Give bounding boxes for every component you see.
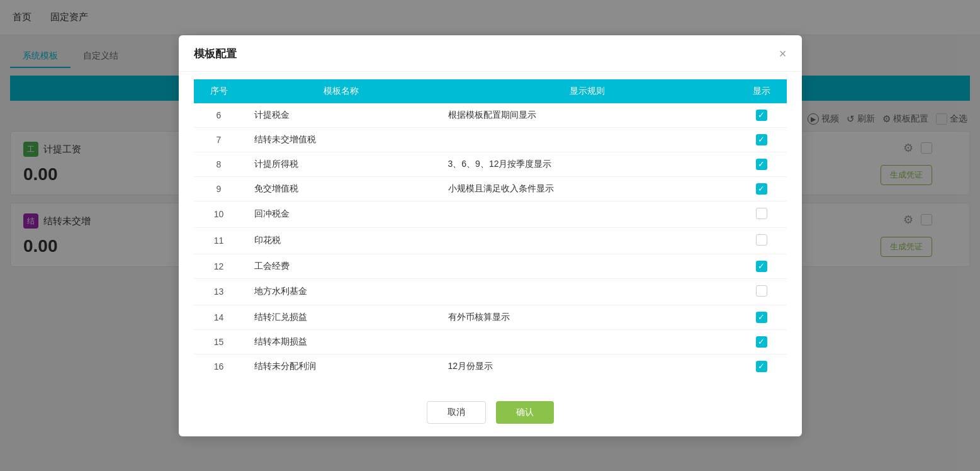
checkbox-checked[interactable]: ✓ [756, 261, 767, 272]
cell-seq: 7 [194, 127, 244, 152]
table-row: 11印花税 [194, 227, 787, 254]
checkbox-unchecked[interactable] [756, 208, 767, 219]
cell-rule [438, 254, 736, 278]
checkbox-unchecked[interactable] [756, 234, 767, 246]
table-row: 13地方水利基金 [194, 278, 787, 305]
cell-rule [438, 127, 736, 152]
checkbox-checked[interactable]: ✓ [756, 312, 767, 323]
cell-seq: 12 [194, 254, 244, 278]
table-row: 12工会经费✓ [194, 254, 787, 278]
cell-rule: 小规模且满足收入条件显示 [438, 176, 736, 201]
table-row: 16结转未分配利润12月份显示✓ [194, 354, 787, 378]
template-config-dialog: 模板配置 × 序号 模板名称 显示规则 显示 6计提税金根据模板配置期间显 [179, 35, 802, 436]
cell-name: 地方水利基金 [244, 278, 438, 305]
table-row: 14结转汇兑损益有外币核算显示✓ [194, 305, 787, 329]
cell-name: 结转未分配利润 [244, 354, 438, 378]
cell-seq: 9 [194, 176, 244, 201]
cell-name: 回冲税金 [244, 201, 438, 227]
cell-name: 计提税金 [244, 103, 438, 128]
cell-seq: 11 [194, 227, 244, 254]
table-header-row: 序号 模板名称 显示规则 显示 [194, 79, 787, 103]
cell-seq: 16 [194, 354, 244, 378]
cell-display [736, 227, 787, 254]
table-row: 6计提税金根据模板配置期间显示✓ [194, 103, 787, 128]
col-header-display: 显示 [736, 79, 787, 103]
col-header-rule: 显示规则 [438, 79, 736, 103]
cell-name: 结转汇兑损益 [244, 305, 438, 329]
cell-rule: 3、6、9、12月按季度显示 [438, 152, 736, 176]
cell-name: 工会经费 [244, 254, 438, 278]
checkbox-checked[interactable]: ✓ [756, 159, 767, 170]
cell-name: 结转未交增值税 [244, 127, 438, 152]
dialog-header: 模板配置 × [179, 35, 802, 72]
cell-name: 印花税 [244, 227, 438, 254]
checkbox-unchecked[interactable] [756, 285, 767, 297]
modal-overlay: 模板配置 × 序号 模板名称 显示规则 显示 6计提税金根据模板配置期间显 [0, 0, 980, 471]
cell-display [736, 278, 787, 305]
checkbox-checked[interactable]: ✓ [756, 183, 767, 195]
cancel-button[interactable]: 取消 [427, 401, 486, 424]
table-row: 8计提所得税3、6、9、12月按季度显示✓ [194, 152, 787, 176]
cell-seq: 14 [194, 305, 244, 329]
cell-seq: 6 [194, 103, 244, 128]
col-header-name: 模板名称 [244, 79, 438, 103]
config-table-scroll[interactable]: 序号 模板名称 显示规则 显示 6计提税金根据模板配置期间显示✓7结转未交增值税… [194, 72, 787, 378]
table-row: 7结转未交增值税✓ [194, 127, 787, 152]
checkbox-checked[interactable]: ✓ [756, 336, 767, 348]
cell-seq: 13 [194, 278, 244, 305]
cell-display: ✓ [736, 103, 787, 128]
cell-display: ✓ [736, 127, 787, 152]
cell-display: ✓ [736, 254, 787, 278]
cell-rule [438, 227, 736, 254]
checkbox-checked[interactable]: ✓ [756, 361, 767, 372]
checkbox-checked[interactable]: ✓ [756, 134, 767, 145]
cell-rule [438, 201, 736, 227]
confirm-button[interactable]: 确认 [496, 401, 554, 424]
cell-display: ✓ [736, 329, 787, 354]
dialog-body: 序号 模板名称 显示规则 显示 6计提税金根据模板配置期间显示✓7结转未交增值税… [179, 72, 802, 391]
cell-display: ✓ [736, 152, 787, 176]
cell-seq: 15 [194, 329, 244, 354]
col-header-seq: 序号 [194, 79, 244, 103]
cell-display: ✓ [736, 305, 787, 329]
cell-rule: 12月份显示 [438, 354, 736, 378]
dialog-title: 模板配置 [194, 47, 237, 61]
cell-rule: 有外币核算显示 [438, 305, 736, 329]
config-table: 序号 模板名称 显示规则 显示 6计提税金根据模板配置期间显示✓7结转未交增值税… [194, 79, 787, 378]
cell-rule: 根据模板配置期间显示 [438, 103, 736, 128]
cell-rule [438, 329, 736, 354]
cell-display: ✓ [736, 176, 787, 201]
cell-rule [438, 278, 736, 305]
dialog-footer: 取消 确认 [179, 391, 802, 436]
cell-name: 免交增值税 [244, 176, 438, 201]
cell-display [736, 201, 787, 227]
cell-seq: 10 [194, 201, 244, 227]
dialog-close-button[interactable]: × [779, 47, 787, 60]
table-row: 9免交增值税小规模且满足收入条件显示✓ [194, 176, 787, 201]
cell-name: 计提所得税 [244, 152, 438, 176]
cell-name: 结转本期损益 [244, 329, 438, 354]
cell-seq: 8 [194, 152, 244, 176]
cell-display: ✓ [736, 354, 787, 378]
checkbox-checked[interactable]: ✓ [756, 110, 767, 121]
table-row: 15结转本期损益✓ [194, 329, 787, 354]
table-row: 10回冲税金 [194, 201, 787, 227]
